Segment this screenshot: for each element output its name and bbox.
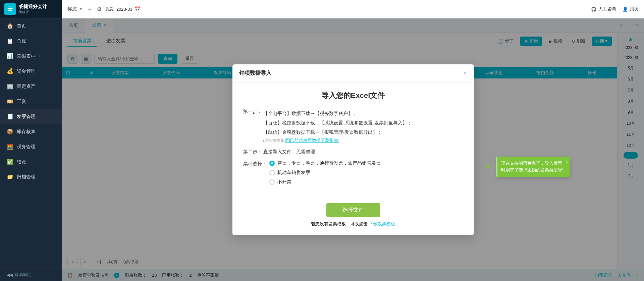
add-button[interactable]: ＋ <box>87 5 93 13</box>
tax-icon: 🧮 <box>7 144 13 150</box>
period-value: 2023-03 <box>116 7 132 12</box>
ticket-selection: 票种选择： 普票，专票，卷票，通行费发票，农产品销售发票 机动车销售发票 <box>243 160 463 188</box>
company-arrow-icon: ▼ <box>79 7 83 11</box>
ticket-label: 票种选择： <box>243 161 267 167</box>
consult-label: 人工咨询 <box>598 6 616 12</box>
logo-icon: 云 <box>4 3 16 15</box>
step1-line2: 【百旺】税控盘数据下载→【系统设置-系统参数设置-发票批量导入】； <box>263 118 463 127</box>
radio-option-2[interactable]: 机动车销售发票 <box>269 170 381 176</box>
sidebar: 云 畅捷通好会计 旗舰版 🏠 首页 📋 总账 📊 云报表中心 💰 资金管理 <box>0 0 62 281</box>
sidebar-label-inventory: 库存核算 <box>17 129 36 135</box>
sidebar-label-fund: 资金管理 <box>17 68 36 74</box>
radio-group: 普票，专票，卷票，通行费发票，农产品销售发票 机动车销售发票 不开票 <box>269 160 381 188</box>
sidebar-item-home[interactable]: 🏠 首页 <box>0 18 62 34</box>
company-selector[interactable]: 你您 ▼ <box>67 6 83 12</box>
calendar-icon: 📅 <box>135 6 140 12</box>
tooltip-bar <box>496 157 497 177</box>
logo-text: 畅捷通好会计 旗舰版 <box>19 4 47 14</box>
step1-content: 【全电平台】数据下载→【税务数字账户】； 【百旺】税控盘数据下载→【系统设置-系… <box>263 109 463 144</box>
sidebar-item-ledger[interactable]: 📋 总账 <box>0 34 62 49</box>
sidebar-label-asset: 固定资产 <box>17 83 36 90</box>
sidebar-item-tax[interactable]: 🧮 税务管理 <box>0 139 62 154</box>
sidebar-item-checkout[interactable]: ✅ 结账 <box>0 154 62 169</box>
sidebar-item-fund[interactable]: 💰 资金管理 <box>0 64 62 79</box>
headset-icon: 🎧 <box>591 7 596 12</box>
salary-icon: 💴 <box>7 98 13 105</box>
radio-1-label: 普票，专票，卷票，通行费发票，农产品销售发票 <box>277 160 381 166</box>
sidebar-item-salary[interactable]: 💴 工资 <box>0 94 62 109</box>
sidebar-label-salary: 工资 <box>17 99 26 105</box>
sidebar-item-archive[interactable]: 📁 归档管理 <box>0 169 62 184</box>
step2-content: 直接导入文件，无需整理 <box>263 149 463 155</box>
radio-3-label: 不开票 <box>277 179 291 185</box>
step2-label: 第二步： <box>243 149 263 155</box>
tooltip-bubble: × 现在支持的票种多了，导入发票时别忘了选择正确的发票类型呀! <box>496 157 570 177</box>
settings-icon[interactable]: ⚙ <box>97 6 102 12</box>
consult-button[interactable]: 🎧 人工咨询 <box>591 6 616 12</box>
footer-note-text: 若您没有发票模板，可以点击 <box>311 221 368 226</box>
sidebar-label-ledger: 总账 <box>17 38 26 44</box>
sidebar-label-report: 云报表中心 <box>17 53 40 59</box>
user-icon: 👤 <box>623 7 628 12</box>
sidebar-label-checkout: 结账 <box>17 159 26 165</box>
tooltip-text: 现在支持的票种多了，导入发票时别忘了选择正确的发票类型呀! <box>501 161 564 173</box>
radio-1-circle[interactable] <box>269 161 275 166</box>
modal-footer: 选择文件 若您没有发票模板，可以点击 下载发票模板 <box>232 198 474 235</box>
sidebar-label-archive: 归档管理 <box>17 174 36 180</box>
main-area: 你您 ▼ ＋ ⚙ 账期 2023-03 📅 🎧 人工咨询 👤 用友 <box>62 0 644 281</box>
period-label: 账期 <box>106 6 114 12</box>
sidebar-nav: 🏠 首页 📋 总账 📊 云报表中心 💰 资金管理 🏢 固定资产 💴 工资 <box>0 18 62 268</box>
radio-3-circle[interactable] <box>269 179 275 185</box>
modal-header: 销项数据导入 × <box>232 64 474 82</box>
user-label: 用友 <box>630 6 639 12</box>
report-icon: 📊 <box>7 53 13 59</box>
logo-title: 畅捷通好会计 <box>19 4 47 10</box>
asset-icon: 🏢 <box>7 83 13 90</box>
guide-link[interactable]: 百旺/航信发票数据下载指南 <box>285 138 338 143</box>
sidebar-item-inventory[interactable]: 📦 库存核算 <box>0 124 62 139</box>
radio-2-label: 机动车销售发票 <box>277 170 310 176</box>
tooltip-close-icon[interactable]: × <box>566 158 568 165</box>
fund-icon: 💰 <box>7 68 13 74</box>
sidebar-label-invoice: 发票管理 <box>17 114 36 120</box>
user-menu[interactable]: 👤 用友 <box>623 6 639 12</box>
step2-text: 直接导入文件，无需整理 <box>263 149 463 155</box>
topbar-right: 🎧 人工咨询 👤 用友 <box>591 6 639 12</box>
sidebar-item-invoice[interactable]: 🧾 发票管理 <box>0 109 62 124</box>
unpin-label: 取消固定 <box>15 272 31 278</box>
topbar: 你您 ▼ ＋ ⚙ 账期 2023-03 📅 🎧 人工咨询 👤 用友 <box>62 0 644 18</box>
step1-row: 第一步： 【全电平台】数据下载→【税务数字账户】； 【百旺】税控盘数据下载→【系… <box>243 109 463 144</box>
import-title: 导入您的Excel文件 <box>243 91 463 101</box>
download-template-link[interactable]: 下载发票模板 <box>369 221 395 226</box>
checkout-icon: ✅ <box>7 159 13 165</box>
step1-line3: 【航信】金税盘数据下载→【报税管理-发票数据导出】； <box>263 127 463 137</box>
home-icon: 🏠 <box>7 23 13 29</box>
footer-note: 若您没有发票模板，可以点击 下载发票模板 <box>311 221 395 227</box>
ledger-icon: 📋 <box>7 38 13 44</box>
pin-icon: ◀◀ <box>7 273 13 277</box>
sidebar-unpin[interactable]: ◀◀ 取消固定 <box>0 268 62 281</box>
modal-overlay: 销项数据导入 × 导入您的Excel文件 第一步： 【全电平台】数据下载→【税务… <box>62 18 644 281</box>
sidebar-item-report[interactable]: 📊 云报表中心 <box>0 49 62 64</box>
radio-2-circle[interactable] <box>269 170 275 175</box>
step1-note: (详细操作见百旺/航信发票数据下载指南) <box>263 137 463 144</box>
radio-option-1[interactable]: 普票，专票，卷票，通行费发票，农产品销售发票 <box>269 160 381 166</box>
step1-label: 第一步： <box>243 109 263 144</box>
invoice-icon: 🧾 <box>7 113 13 120</box>
step1-line1: 【全电平台】数据下载→【税务数字账户】； <box>263 109 463 118</box>
radio-option-3[interactable]: 不开票 <box>269 179 381 185</box>
sidebar-logo: 云 畅捷通好会计 旗舰版 <box>0 0 62 18</box>
archive-icon: 📁 <box>7 174 13 180</box>
period-selector[interactable]: 账期 2023-03 📅 <box>106 6 140 12</box>
step2-row: 第二步： 直接导入文件，无需整理 <box>243 149 463 155</box>
modal-body: 导入您的Excel文件 第一步： 【全电平台】数据下载→【税务数字账户】； 【百… <box>232 82 474 198</box>
company-name: 你您 <box>67 6 77 12</box>
sidebar-label-tax: 税务管理 <box>17 144 36 150</box>
sidebar-item-asset[interactable]: 🏢 固定资产 <box>0 79 62 94</box>
modal-close-button[interactable]: × <box>464 70 467 77</box>
select-file-button[interactable]: 选择文件 <box>326 203 380 217</box>
modal-title: 销项数据导入 <box>239 70 271 77</box>
sidebar-label-home: 首页 <box>17 23 26 29</box>
inventory-icon: 📦 <box>7 128 13 135</box>
logo-subtitle: 旗舰版 <box>19 10 47 14</box>
